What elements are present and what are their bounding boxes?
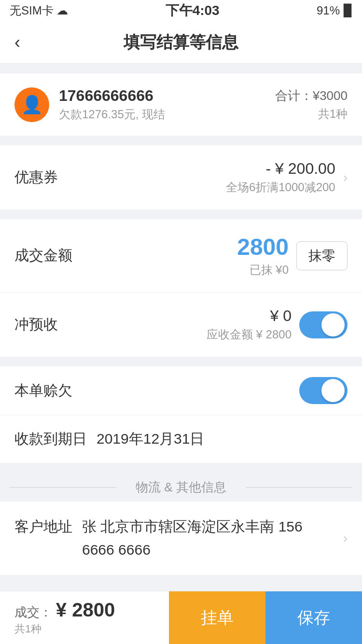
status-left: 无SIM卡 ☁ [10, 3, 68, 18]
chong-value: ¥ 0 [207, 307, 292, 325]
chong-value-wrap: ¥ 0 应收金额 ¥ 2800 [207, 307, 292, 342]
customer-left: 👤 17666666666 欠款1276.35元, 现结 [14, 87, 165, 122]
divider-2 [0, 357, 362, 366]
content: 👤 17666666666 欠款1276.35元, 现结 合计：¥3000 共1… [0, 73, 362, 644]
bendi-toggle[interactable] [299, 377, 348, 404]
due-date-label: 收款到期日 [14, 429, 87, 449]
total-value: ¥3000 [313, 88, 348, 103]
logistics-label: 物流 & 其他信息 [126, 479, 236, 496]
battery-icon: ▉ [344, 4, 352, 17]
customer-phone: 17666666666 [59, 87, 165, 105]
avatar-icon: 👤 [21, 95, 43, 115]
coupon-section: 优惠券 - ¥ 200.00 全场6折满1000减200 › [0, 145, 362, 210]
battery-status: 91% [317, 4, 340, 17]
bottom-count: 共1种 [14, 622, 154, 636]
due-date-value: 2019年12月31日 [97, 429, 204, 449]
coupon-desc: 全场6折满1000减200 [226, 180, 335, 195]
date-section: 收款到期日 2019年12月31日 [0, 415, 362, 463]
customer-sub-info: 欠款1276.35元, 现结 [59, 107, 165, 122]
chong-sub: 应收金额 ¥ 2800 [207, 327, 292, 342]
sim-status: 无SIM卡 ☁ [10, 3, 68, 18]
divider-1 [0, 210, 362, 219]
save-button[interactable]: 保存 [265, 591, 362, 644]
customer-card: 👤 17666666666 欠款1276.35元, 现结 合计：¥3000 共1… [0, 73, 362, 136]
bottom-left: 成交： ¥ 2800 共1种 [0, 599, 169, 636]
bottom-amount: ¥ 2800 [56, 599, 115, 620]
coupon-chevron-icon: › [343, 170, 348, 185]
coupon-label: 优惠券 [14, 168, 58, 187]
total-count: 共1种 [275, 106, 348, 122]
bottom-label: 成交： ¥ 2800 [14, 599, 154, 621]
bottom-buttons: 挂单 保存 [169, 591, 362, 644]
amount-value-wrap: 2800 已抹 ¥0 [237, 234, 289, 278]
status-right: 91% ▉ [317, 4, 352, 17]
bottom-bar: 成交： ¥ 2800 共1种 挂单 保存 [0, 591, 362, 644]
address-value: 张 北京市市辖区海淀区永丰南 156 6666 6666 [82, 515, 334, 561]
coupon-row[interactable]: 优惠券 - ¥ 200.00 全场6折满1000减200 › [0, 145, 362, 210]
address-chevron-icon: › [343, 531, 348, 546]
amount-sub: 已抹 ¥0 [237, 262, 289, 278]
avatar: 👤 [14, 87, 49, 122]
bendi-section: 本单赊欠 [0, 366, 362, 415]
customer-info: 17666666666 欠款1276.35元, 现结 [59, 87, 165, 122]
hang-button[interactable]: 挂单 [169, 591, 265, 644]
amount-row: 成交金额 2800 已抹 ¥0 抹零 [0, 219, 362, 293]
chong-row: 冲预收 ¥ 0 应收金额 ¥ 2800 [0, 293, 362, 357]
page-title: 填写结算等信息 [124, 31, 238, 54]
status-time: 下午4:03 [166, 1, 220, 20]
amount-big: 2800 [237, 234, 289, 260]
chong-toggle[interactable] [299, 311, 348, 338]
bendi-label: 本单赊欠 [14, 381, 72, 401]
logistics-divider: 物流 & 其他信息 [0, 473, 362, 502]
amount-right: 2800 已抹 ¥0 抹零 [237, 234, 348, 278]
address-label: 客户地址 [14, 515, 72, 538]
chong-label: 冲预收 [14, 315, 58, 335]
chong-right: ¥ 0 应收金额 ¥ 2800 [207, 307, 348, 342]
address-section[interactable]: 客户地址 张 北京市市辖区海淀区永丰南 156 6666 6666 › [0, 502, 362, 575]
amount-label: 成交金额 [14, 246, 72, 266]
back-button[interactable]: ‹ [14, 32, 20, 53]
coupon-right: - ¥ 200.00 全场6折满1000减200 › [226, 160, 348, 195]
round-off-button[interactable]: 抹零 [296, 241, 348, 270]
status-bar: 无SIM卡 ☁ 下午4:03 91% ▉ [0, 0, 362, 21]
amount-section: 成交金额 2800 已抹 ¥0 抹零 冲预收 ¥ 0 应收金额 ¥ 2800 [0, 219, 362, 357]
customer-right: 合计：¥3000 共1种 [275, 87, 348, 122]
coupon-amount: - ¥ 200.00 [226, 160, 335, 178]
total-label: 合计：¥3000 [275, 87, 348, 104]
nav-bar: ‹ 填写结算等信息 [0, 21, 362, 64]
